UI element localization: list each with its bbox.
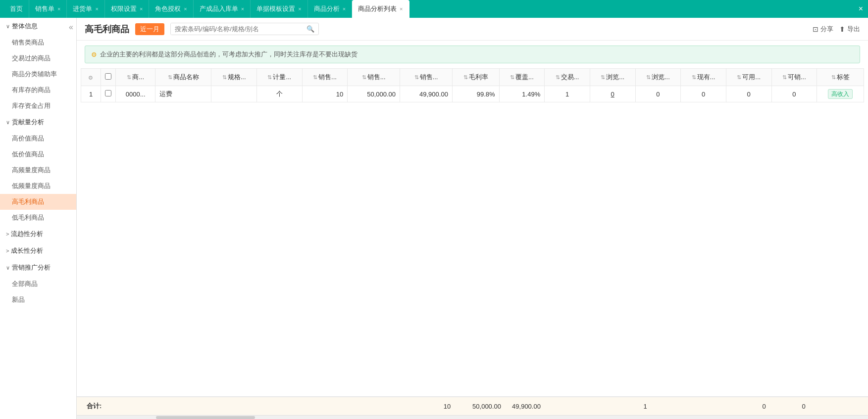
col-header-unit[interactable]: ⇅计量... [256, 69, 302, 86]
info-banner: ⚙ 企业的主要的利润都是这部分商品创造的，可考虑加大推广，同时关注库存是不要出现… [85, 46, 860, 63]
nav-tab-close-product-entry[interactable]: × [241, 6, 244, 12]
sidebar-item-all-goods[interactable]: 全部商品 [0, 276, 76, 292]
nav-tab-close-product-analysis-list[interactable]: × [400, 6, 403, 12]
close-all-button[interactable]: × [859, 5, 863, 13]
sidebar-collapse-button[interactable]: « [69, 23, 73, 32]
nav-tab-purchase[interactable]: 进货单× [67, 0, 104, 18]
nav-tab-close-role-auth[interactable]: × [184, 6, 187, 12]
sidebar-item-sales-goods[interactable]: 销售类商品 [0, 35, 76, 50]
footer-cell: 1 [625, 403, 665, 410]
footer-cell: 0 [744, 403, 784, 410]
footer-cell [388, 403, 427, 410]
col-label: 交易... [561, 73, 579, 81]
col-header-spec[interactable]: ⇅规格... [211, 69, 257, 86]
table-container[interactable]: ⚙⇅商...⇅商品名称⇅规格...⇅计量...⇅销售...⇅销售...⇅销售..… [77, 68, 868, 396]
footer-cells: 1050,000.0049,900.00100 [190, 403, 868, 410]
sidebar-item-low-margin-goods[interactable]: 低毛利商品 [0, 210, 76, 226]
col-header-trade-count[interactable]: ⇅交易... [545, 69, 590, 86]
cell-no: 1 [81, 86, 101, 102]
col-header-checkbox[interactable] [101, 69, 116, 86]
search-icon[interactable]: 🔍 [303, 23, 318, 35]
sidebar: « ∨整体信息销售类商品交易过的商品商品分类辅助率有库存的商品库存资金占用∨贡献… [0, 18, 77, 419]
cell-tag: 高收入 [817, 86, 864, 102]
page-title: 高毛利商品 [85, 23, 129, 35]
cell-checkbox[interactable] [101, 86, 116, 102]
footer-cell [190, 403, 229, 410]
col-header-tag[interactable]: ⇅标签 [817, 69, 864, 86]
top-nav: 首页销售单×进货单×权限设置×角色授权×产成品入库单×单据模板设置×商品分析×商… [0, 0, 868, 18]
sidebar-item-new-goods[interactable]: 新品 [0, 292, 76, 308]
col-header-sales-cost[interactable]: ⇅销售... [400, 69, 453, 86]
sidebar-item-goods-analysis-assist[interactable]: 商品分类辅助率 [0, 66, 76, 82]
sidebar-item-traded-goods[interactable]: 交易过的商品 [0, 50, 76, 66]
share-button[interactable]: ⊡ 分享 [813, 25, 833, 34]
nav-tab-close-product-analysis[interactable]: × [343, 6, 346, 12]
search-box: 🔍 [170, 23, 319, 35]
sidebar-group-header-wealth-analysis[interactable]: ∨贡献量分析 [0, 114, 76, 131]
col-header-code[interactable]: ⇅商... [116, 69, 155, 86]
export-button[interactable]: ⬆ 导出 [839, 25, 860, 34]
nav-tab-home[interactable]: 首页 [4, 0, 29, 18]
col-sort-icon: ⇅ [463, 74, 468, 80]
col-sort-icon: ⇅ [267, 74, 272, 80]
col-header-browse2[interactable]: ⇅浏览... [635, 69, 681, 86]
col-header-coverage[interactable]: ⇅覆盖... [499, 69, 545, 86]
sidebar-item-high-freq-goods[interactable]: 高频量度商品 [0, 162, 76, 178]
col-header-no[interactable]: ⚙ [81, 69, 101, 86]
col-header-available[interactable]: ⇅可用... [726, 69, 771, 86]
sidebar-item-high-value-goods[interactable]: 高价值商品 [0, 131, 76, 146]
col-header-sellable[interactable]: ⇅可销... [771, 69, 817, 86]
footer-cell [705, 403, 744, 410]
sidebar-group-header-growth-analysis[interactable]: >成长性分析 [0, 242, 76, 259]
nav-tab-permission-settings[interactable]: 权限设置× [105, 0, 149, 18]
filter-period-button[interactable]: 近一月 [135, 23, 164, 35]
col-header-current-stock[interactable]: ⇅现有... [681, 69, 726, 86]
col-label: 可销... [788, 73, 806, 81]
nav-tab-product-analysis-list[interactable]: 商品分析列表× [352, 0, 409, 18]
nav-tab-label: 商品分析 [314, 4, 340, 13]
nav-tab-close-purchase[interactable]: × [95, 6, 98, 12]
cell-browse1[interactable]: 0 [590, 86, 635, 102]
nav-tab-close-permission-settings[interactable]: × [140, 6, 143, 12]
col-sort-icon: ⇅ [782, 74, 787, 80]
col-header-margin-rate[interactable]: ⇅毛利率 [452, 69, 499, 86]
nav-tab-product-analysis[interactable]: 商品分析× [308, 0, 352, 18]
sidebar-item-low-freq-goods[interactable]: 低频量度商品 [0, 178, 76, 194]
nav-tab-sales[interactable]: 销售单× [29, 0, 67, 18]
cell-sales-amount: 50,000.00 [348, 86, 400, 102]
footer-cell: 0 [784, 403, 823, 410]
footer-cell [269, 403, 308, 410]
nav-tab-template-settings[interactable]: 单据模板设置× [251, 0, 307, 18]
sidebar-group-header-trend-analysis[interactable]: >流趋性分析 [0, 226, 76, 242]
select-all-checkbox[interactable] [105, 73, 111, 80]
sidebar-item-inventory-goods[interactable]: 有库存的商品 [0, 82, 76, 98]
col-header-sales-amount[interactable]: ⇅销售... [348, 69, 400, 86]
row-checkbox[interactable] [105, 90, 111, 96]
nav-tab-product-entry[interactable]: 产成品入库单× [194, 0, 251, 18]
bottom-scrollbar[interactable] [77, 415, 868, 419]
col-label: 销售... [367, 73, 386, 81]
col-header-name[interactable]: ⇅商品名称 [155, 69, 211, 86]
nav-tab-role-auth[interactable]: 角色授权× [149, 0, 193, 18]
nav-tab-label: 进货单 [73, 4, 92, 13]
sidebar-group-header-overall-info[interactable]: ∨整体信息 [0, 18, 76, 35]
nav-tab-label: 商品分析列表 [358, 4, 397, 13]
main-area: « ∨整体信息销售类商品交易过的商品商品分类辅助率有库存的商品库存资金占用∨贡献… [0, 18, 868, 419]
sidebar-group-overall-info: ∨整体信息销售类商品交易过的商品商品分类辅助率有库存的商品库存资金占用 [0, 18, 76, 114]
col-header-sales-qty[interactable]: ⇅销售... [302, 69, 348, 86]
sidebar-item-low-value-goods[interactable]: 低价值商品 [0, 146, 76, 162]
col-header-browse1[interactable]: ⇅浏览... [590, 69, 635, 86]
nav-tab-close-template-settings[interactable]: × [298, 6, 301, 12]
sidebar-group-header-marketing-analysis[interactable]: ∨营销推广分析 [0, 259, 76, 276]
sidebar-item-high-margin-goods[interactable]: 高毛利商品 [0, 194, 76, 210]
col-sort-icon: ⇅ [222, 74, 227, 80]
content-header: 高毛利商品 近一月 🔍 ⊡ 分享 ⬆ 导出 [77, 18, 868, 41]
browse-link[interactable]: 0 [611, 91, 614, 98]
content-panel: 高毛利商品 近一月 🔍 ⊡ 分享 ⬆ 导出 ⚙ 企业的主要的利润都是这部分商品创… [77, 18, 868, 419]
search-input[interactable] [171, 23, 303, 35]
sidebar-item-inventory-capital[interactable]: 库存资金占用 [0, 98, 76, 114]
cell-sales-qty: 10 [302, 86, 348, 102]
nav-tab-close-sales[interactable]: × [57, 6, 60, 12]
scrollbar-thumb[interactable] [156, 416, 255, 419]
sidebar-group-label: 流趋性分析 [11, 230, 43, 238]
